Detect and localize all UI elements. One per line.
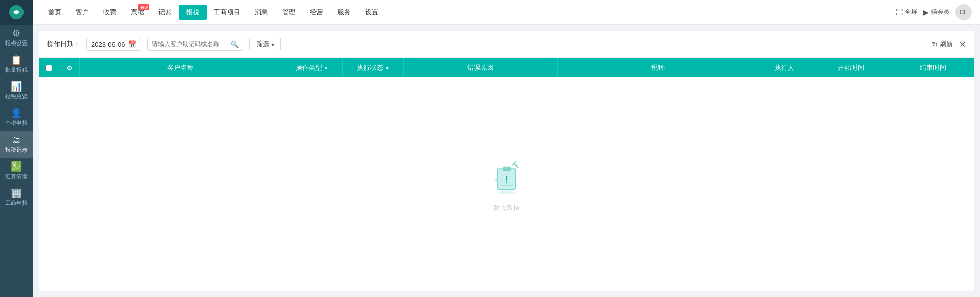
optype-filter-icon: ▼	[324, 65, 329, 71]
nav-invoice[interactable]: 票据 new	[124, 0, 151, 25]
th-endtime: 结束时间	[892, 58, 974, 77]
th-checkbox[interactable]	[39, 58, 59, 77]
svg-point-8	[495, 179, 498, 182]
calendar-icon: 📅	[128, 40, 136, 48]
user-avatar[interactable]: CE	[955, 4, 972, 20]
chevron-down-icon: ▾	[271, 41, 274, 47]
sidebar-item-tax-summary[interactable]: 📊 报税总览	[0, 78, 33, 104]
sidebar-item-label: 工商年报	[5, 199, 28, 207]
content-area: 操作日期： 2023-06-06 📅 🔍 筛选 ▾ ↻ 刷新	[33, 25, 980, 297]
nav-accounting[interactable]: 记账	[151, 0, 179, 25]
th-status[interactable]: 执行状态 ▼	[343, 58, 404, 77]
filter-label: 筛选	[256, 39, 269, 49]
toolbar-right: ↻ 刷新 ✕	[932, 39, 966, 49]
sidebar-item-batch-tax[interactable]: 📋 批量报税	[0, 51, 33, 78]
nav-client[interactable]: 客户	[69, 0, 96, 25]
refresh-icon: ↻	[932, 40, 938, 48]
nav-settings[interactable]: 设置	[358, 0, 385, 25]
nav-finance[interactable]: 经营	[303, 0, 330, 25]
th-error: 错误原因	[404, 58, 557, 77]
nav-billing[interactable]: 收费	[96, 0, 124, 25]
tax-record-icon: 🗂	[12, 135, 21, 144]
main-area: 首页 客户 收费 票据 new 记账 报税 工商项目 消息 管理 经营 服务 设…	[33, 0, 980, 297]
fullscreen-button[interactable]: ⛶ 全屏	[896, 8, 917, 16]
batch-tax-icon: 📋	[11, 55, 22, 65]
sidebar-item-tax-record[interactable]: 🗂 报税记录	[0, 131, 33, 158]
date-input[interactable]: 2023-06-06 📅	[86, 38, 141, 51]
settlement-icon: 💹	[11, 162, 22, 171]
date-value: 2023-06-06	[91, 40, 125, 48]
sidebar: ⚙ 报税设置 📋 批量报税 📊 报税总览 👤 个税申报 🗂 报税记录 💹 汇算清…	[0, 0, 33, 297]
tax-summary-icon: 📊	[11, 82, 22, 91]
table-body: ! 暂无数据	[39, 77, 974, 291]
member-icon: ▶	[923, 8, 929, 16]
annual-report-icon: 🏢	[11, 188, 22, 198]
search-input[interactable]	[152, 40, 229, 48]
th-taxtype: 税种	[558, 58, 759, 77]
personal-tax-icon: 👤	[11, 109, 22, 118]
th-starttime: 开始时间	[810, 58, 892, 77]
sidebar-item-label: 个税申报	[5, 119, 28, 127]
refresh-button[interactable]: ↻ 刷新	[932, 39, 953, 49]
th-optype[interactable]: 操作类型 ▼	[281, 58, 343, 77]
settings-icon: ⚙	[66, 64, 73, 72]
new-badge: new	[138, 4, 149, 11]
status-filter-icon: ▼	[385, 65, 390, 71]
sidebar-item-tax-settings[interactable]: ⚙ 报税设置	[0, 25, 33, 51]
sidebar-item-label: 报税设置	[5, 39, 28, 47]
empty-state-icon: !	[486, 156, 527, 197]
member-label: 畅会员	[931, 8, 949, 16]
topnav-right: ⛶ 全屏 ▶ 畅会员 CE	[896, 4, 972, 20]
table-wrapper: ⚙ 客户名称 操作类型 ▼ 执行状态 ▼ 错误原因	[39, 58, 974, 291]
svg-point-7	[497, 190, 515, 194]
sidebar-item-settlement[interactable]: 💹 汇算清缴	[0, 158, 33, 184]
nav-manage[interactable]: 管理	[275, 0, 303, 25]
th-executor: 执行人	[759, 58, 810, 77]
search-input-wrap[interactable]: 🔍	[147, 38, 243, 51]
user-initial: CE	[960, 9, 968, 16]
refresh-label: 刷新	[940, 39, 953, 49]
nav-items: 首页 客户 收费 票据 new 记账 报税 工商项目 消息 管理 经营 服务 设…	[41, 0, 896, 25]
sidebar-logo	[0, 0, 33, 25]
member-button[interactable]: ▶ 畅会员	[923, 8, 949, 16]
nav-business[interactable]: 工商项目	[207, 0, 247, 25]
svg-line-9	[495, 179, 496, 179]
tax-settings-icon: ⚙	[12, 29, 20, 38]
th-settings[interactable]: ⚙	[59, 58, 80, 77]
sidebar-item-label: 汇算清缴	[5, 173, 28, 180]
nav-home[interactable]: 首页	[41, 0, 69, 25]
sidebar-item-personal-tax[interactable]: 👤 个税申报	[0, 104, 33, 131]
table-header: ⚙ 客户名称 操作类型 ▼ 执行状态 ▼ 错误原因	[39, 58, 974, 77]
search-icon: 🔍	[231, 40, 239, 48]
svg-line-1	[514, 163, 518, 167]
svg-rect-4	[503, 166, 511, 171]
nav-message[interactable]: 消息	[247, 0, 275, 25]
close-button[interactable]: ✕	[959, 39, 966, 49]
filter-button[interactable]: 筛选 ▾	[249, 37, 281, 51]
sidebar-item-label: 报税记录	[5, 146, 28, 154]
select-all-checkbox[interactable]	[45, 65, 52, 71]
date-label: 操作日期：	[47, 39, 80, 49]
nav-tax[interactable]: 报税	[179, 5, 207, 20]
toolbar: 操作日期： 2023-06-06 📅 🔍 筛选 ▾ ↻ 刷新	[39, 31, 974, 58]
sidebar-item-annual-report[interactable]: 🏢 工商年报	[0, 184, 33, 211]
sidebar-item-label: 报税总览	[5, 93, 28, 100]
sidebar-item-label: 批量报税	[5, 66, 28, 74]
fullscreen-icon: ⛶	[896, 8, 903, 16]
nav-service[interactable]: 服务	[330, 0, 358, 25]
th-client: 客户名称	[80, 58, 281, 77]
empty-text: 暂无数据	[493, 203, 520, 213]
fullscreen-label: 全屏	[905, 8, 917, 16]
top-navigation: 首页 客户 收费 票据 new 记账 报税 工商项目 消息 管理 经营 服务 设…	[33, 0, 980, 25]
svg-text:!: !	[505, 175, 508, 185]
content-panel: 操作日期： 2023-06-06 📅 🔍 筛选 ▾ ↻ 刷新	[39, 31, 974, 291]
